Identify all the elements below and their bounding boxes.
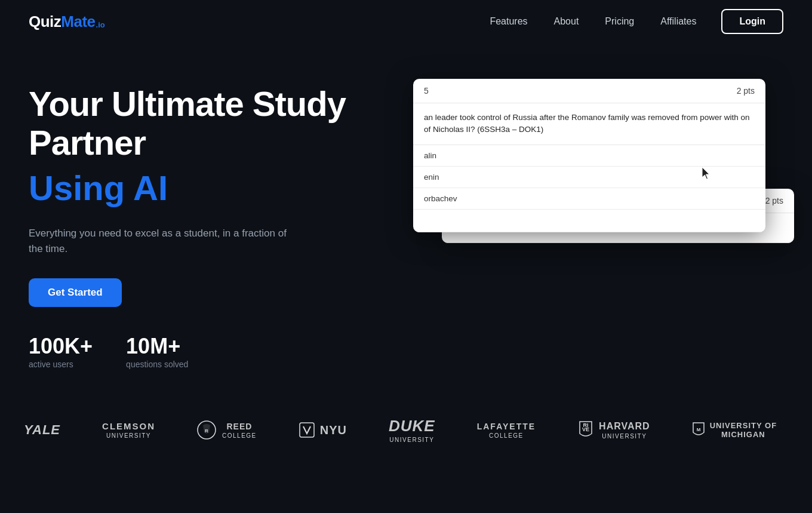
stat-questions-value: 10M+ [126, 336, 188, 357]
stat-active-users: 100K+ active users [29, 336, 93, 369]
stat-questions: 10M+ questions solved [126, 336, 188, 369]
svg-text:M: M [696, 427, 700, 432]
quiz-card-1: 5 2 pts an leader took control of Russia… [413, 79, 765, 232]
logo-umich: M UNIVERSITY OF MICHIGAN [692, 421, 777, 439]
stat-questions-label: questions solved [126, 360, 188, 369]
logo-yale: Yale [24, 422, 60, 438]
reed-crest-icon: R [197, 420, 216, 440]
hero-content: Your Ultimate Study Partner Using AI Eve… [29, 79, 351, 369]
logo-reed: R REED COLLEGE [197, 420, 257, 440]
hero-subtitle: Everything you need to excel as a studen… [29, 226, 291, 257]
quiz-card1-header: 5 2 pts [413, 79, 765, 103]
nav-affiliates[interactable]: Affiliates [650, 11, 707, 32]
logo-io: .io [96, 20, 105, 29]
nav-links: Features About Pricing Affiliates Login [479, 9, 783, 34]
logo-mate: Mate [61, 13, 95, 30]
svg-text:R: R [205, 428, 208, 434]
svg-rect-2 [300, 423, 314, 437]
quiz-q2-pts: 2 pts [765, 196, 783, 205]
login-button[interactable]: Login [721, 9, 783, 34]
logos-section: Yale CLEMSON UNIVERSITY R REED COLLEGE [0, 393, 812, 461]
logo-clemson: CLEMSON UNIVERSITY [102, 421, 155, 439]
quiz-mockup: 6 2 pts e following countries was not co… [413, 79, 783, 300]
logo-harvard: VE RI HARVARD UNIVERSITY [577, 420, 650, 440]
stat-users-value: 100K+ [29, 336, 93, 357]
quiz-option-2[interactable]: enin [413, 167, 765, 188]
hero-title-blue: Using AI [29, 167, 351, 209]
nav-features[interactable]: Features [479, 11, 538, 32]
nav-pricing[interactable]: Pricing [594, 11, 645, 32]
quiz-option-4[interactable] [413, 210, 765, 232]
harvard-shield-icon: VE RI [577, 420, 594, 440]
navbar: QuizMate .io Features About Pricing Affi… [0, 0, 812, 43]
quiz-option-1[interactable]: alin [413, 145, 765, 167]
quiz-q1-text: an leader took control of Russia after t… [413, 103, 765, 145]
logo-nyu: NYU [299, 422, 347, 438]
svg-text:RI: RI [583, 422, 589, 428]
hero-section: Your Ultimate Study Partner Using AI Eve… [0, 43, 812, 393]
nav-about[interactable]: About [543, 11, 590, 32]
logo[interactable]: QuizMate .io [29, 13, 105, 31]
get-started-button[interactable]: Get Started [29, 278, 122, 307]
stats-section: 100K+ active users 10M+ questions solved [29, 336, 351, 369]
nyu-icon [299, 422, 315, 438]
quiz-q1-pts: 2 pts [737, 86, 755, 96]
logo-quiz: Quiz [29, 13, 61, 30]
hero-title: Your Ultimate Study Partner [29, 85, 351, 162]
logo-duke: Duke UNIVERSITY [389, 417, 435, 443]
quiz-cards: 6 2 pts e following countries was not co… [413, 79, 783, 232]
quiz-q1-number: 5 [424, 86, 429, 96]
university-logos-row: Yale CLEMSON UNIVERSITY R REED COLLEGE [0, 417, 812, 443]
quiz-option-3[interactable]: orbachev [413, 188, 765, 210]
logo-lafayette: LAFAYETTE COLLEGE [477, 422, 536, 439]
stat-users-label: active users [29, 360, 93, 369]
umich-icon: M [692, 422, 705, 438]
